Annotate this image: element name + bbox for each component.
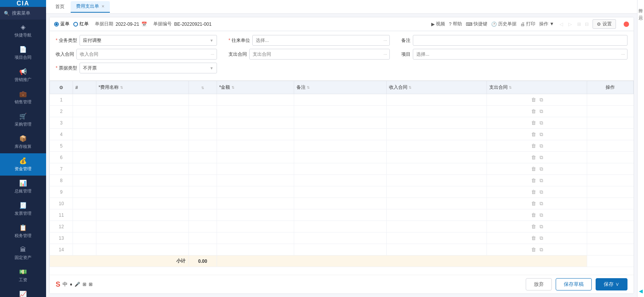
row-amount-5[interactable] <box>189 140 217 152</box>
row-income-14[interactable] <box>294 244 386 256</box>
sidebar-item-salary[interactable]: 💵工资 <box>0 264 46 287</box>
row-amount-4[interactable] <box>189 129 217 140</box>
row-delete-8[interactable]: 🗑 <box>531 178 536 183</box>
shortcut-btn[interactable]: ⌨ 快捷键 <box>466 21 487 27</box>
sidebar-item-purchase[interactable]: 🛒采购管理 <box>0 109 46 131</box>
project-input[interactable]: ··· <box>413 49 627 60</box>
row-name-1[interactable] <box>73 94 96 106</box>
row-name-13[interactable] <box>73 232 96 244</box>
row-name-2[interactable] <box>73 106 96 117</box>
row-sort-12[interactable] <box>96 221 189 232</box>
row-delete-7[interactable]: 🗑 <box>531 166 536 172</box>
row-name-8[interactable] <box>73 175 96 186</box>
row-remark-10[interactable] <box>217 198 294 209</box>
partner-more-btn[interactable]: ··· <box>381 38 389 43</box>
doc-no-value[interactable]: BE-20220921-001 <box>174 22 211 27</box>
sidebar-item-marketing[interactable]: 📢营销推广 <box>0 64 46 86</box>
window-close-btn[interactable] <box>624 22 629 27</box>
income-contract-input-field[interactable] <box>77 51 209 57</box>
row-delete-14[interactable]: 🗑 <box>531 247 536 252</box>
right-tab-log[interactable]: 日志 <box>637 11 644 14</box>
col-amount[interactable]: *金额 ⇅ <box>217 81 294 94</box>
row-delete-2[interactable]: 🗑 <box>531 108 536 114</box>
invoice-type-select[interactable]: 不开票 ▼ <box>79 63 217 73</box>
row-remark-7[interactable] <box>217 163 294 175</box>
remark-input[interactable] <box>413 35 627 46</box>
row-sort-4[interactable] <box>96 129 189 140</box>
sort-amount-icon[interactable]: ⇅ <box>232 86 235 90</box>
sidebar-item-contract[interactable]: 📄项目合同 <box>0 42 46 64</box>
sort-icon[interactable]: ⇅ <box>201 86 204 90</box>
row-expense-4[interactable] <box>386 129 487 140</box>
row-name-12[interactable] <box>73 221 96 232</box>
tab-expense[interactable]: 费用支出单✕ <box>71 1 110 13</box>
row-copy-5[interactable]: ⧉ <box>540 143 543 149</box>
row-name-4[interactable] <box>73 129 96 140</box>
row-expense-10[interactable] <box>386 198 487 209</box>
row-income-3[interactable] <box>294 117 386 129</box>
row-expense-7[interactable] <box>386 163 487 175</box>
row-expense-13[interactable] <box>386 232 487 244</box>
project-input-field[interactable] <box>413 51 619 57</box>
row-copy-12[interactable]: ⧉ <box>540 224 543 229</box>
row-remark-9[interactable] <box>217 186 294 198</box>
row-expense-8[interactable] <box>386 175 487 186</box>
save-button[interactable]: 保存 ∨ <box>596 278 627 290</box>
calendar-icon[interactable]: 📅 <box>141 22 147 27</box>
row-income-4[interactable] <box>294 129 386 140</box>
row-sort-9[interactable] <box>96 186 189 198</box>
row-income-12[interactable] <box>294 221 386 232</box>
row-name-5[interactable] <box>73 140 96 152</box>
row-sort-2[interactable] <box>96 106 189 117</box>
row-sort-3[interactable] <box>96 117 189 129</box>
row-name-11[interactable] <box>73 209 96 221</box>
row-copy-1[interactable]: ⧉ <box>540 97 543 103</box>
row-name-9[interactable] <box>73 186 96 198</box>
row-delete-5[interactable]: 🗑 <box>531 143 536 149</box>
row-amount-11[interactable] <box>189 209 217 221</box>
row-income-10[interactable] <box>294 198 386 209</box>
row-remark-6[interactable] <box>217 152 294 163</box>
sidebar-item-sales[interactable]: 💼销售管理 <box>0 86 46 109</box>
row-copy-13[interactable]: ⧉ <box>540 235 543 241</box>
sidebar-item-quicknav[interactable]: ◈快捷导航 <box>0 20 46 42</box>
income-contract-input[interactable]: ··· <box>76 49 217 60</box>
business-type-select[interactable]: 应付调整 ▼ <box>79 35 217 46</box>
row-copy-2[interactable]: ⧉ <box>540 108 543 114</box>
row-copy-7[interactable]: ⧉ <box>540 166 543 172</box>
row-name-14[interactable] <box>73 244 96 256</box>
sort-remark-icon[interactable]: ⇅ <box>307 86 310 90</box>
row-amount-12[interactable] <box>189 221 217 232</box>
row-delete-4[interactable]: 🗑 <box>531 131 536 137</box>
row-remark-12[interactable] <box>217 221 294 232</box>
row-expense-11[interactable] <box>386 209 487 221</box>
partner-input-field[interactable] <box>253 38 381 43</box>
income-contract-more-btn[interactable]: ··· <box>209 52 217 56</box>
row-remark-5[interactable] <box>217 140 294 152</box>
settings-btn[interactable]: ⚙ 设置 <box>593 19 616 29</box>
expense-contract-more-btn[interactable]: ··· <box>381 52 389 56</box>
row-name-10[interactable] <box>73 198 96 209</box>
sidebar-search[interactable]: 🔍 搜索菜单 <box>0 7 46 20</box>
row-expense-12[interactable] <box>386 221 487 232</box>
right-tab-attachment[interactable]: 附件 <box>637 4 644 7</box>
date-value[interactable]: 2022-09-21 <box>116 22 139 27</box>
row-income-9[interactable] <box>294 186 386 198</box>
sidebar-item-asset[interactable]: 🏛固定资产 <box>0 242 46 264</box>
col-sort[interactable]: ⇅ <box>189 81 217 94</box>
row-expense-6[interactable] <box>386 152 487 163</box>
tab-home[interactable]: 首页 <box>50 1 70 13</box>
partner-input[interactable]: ··· <box>252 35 390 46</box>
row-amount-13[interactable] <box>189 232 217 244</box>
sort-expense-icon[interactable]: ⇅ <box>509 86 512 90</box>
row-remark-2[interactable] <box>217 106 294 117</box>
row-sort-14[interactable] <box>96 244 189 256</box>
row-sort-7[interactable] <box>96 163 189 175</box>
row-delete-10[interactable]: 🗑 <box>531 201 536 206</box>
row-amount-6[interactable] <box>189 152 217 163</box>
radio-red[interactable]: 红单 <box>73 21 89 27</box>
row-delete-11[interactable]: 🗑 <box>531 212 536 218</box>
radio-blue[interactable]: 蓝单 <box>54 21 70 27</box>
operate-btn[interactable]: 操作 ▼ <box>539 21 554 27</box>
sidebar-item-finance[interactable]: 💰资金管理 <box>0 153 46 176</box>
